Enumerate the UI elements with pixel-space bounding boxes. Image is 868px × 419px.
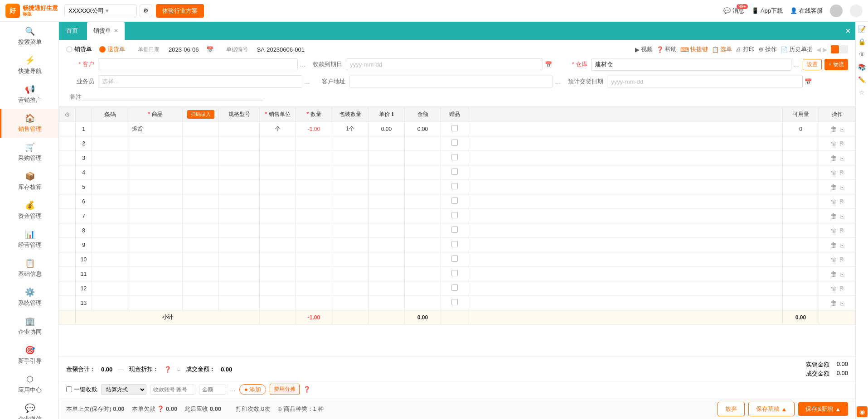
sidebar-item-quicknav[interactable]: ⚡ 快捷导航 xyxy=(0,51,58,80)
row-amount-6[interactable] xyxy=(405,209,441,223)
amount-input[interactable] xyxy=(199,385,226,395)
more-icon[interactable]: … xyxy=(230,386,236,393)
row-pkg-11[interactable] xyxy=(332,281,369,296)
row-remark-11[interactable] xyxy=(468,281,783,296)
row-spec-1[interactable] xyxy=(219,136,260,151)
calc-method-select[interactable]: 结算方式 xyxy=(101,384,146,395)
row-delete-icon-1[interactable]: 🗑 xyxy=(830,140,837,147)
row-amount-7[interactable] xyxy=(405,223,441,238)
row-spec-4[interactable] xyxy=(219,180,260,194)
row-qty-5[interactable] xyxy=(296,194,332,209)
help-btn[interactable]: ❓ 帮助 xyxy=(656,45,677,53)
row-delete-icon-9[interactable]: 🗑 xyxy=(830,256,837,263)
row-spec-11[interactable] xyxy=(219,281,260,296)
history-btn[interactable]: 📄 历史单据 xyxy=(781,45,813,53)
row-spec-10[interactable] xyxy=(219,267,260,281)
row-price-0[interactable]: 0.00 xyxy=(369,122,405,136)
gear-button[interactable]: ⚙ xyxy=(140,5,152,17)
note-input[interactable] xyxy=(82,92,263,101)
sidebar-item-apps[interactable]: ⬡ 应用中心 xyxy=(0,370,58,399)
row-unit-6[interactable] xyxy=(260,209,296,223)
row-delete-icon-0[interactable]: 🗑 xyxy=(830,125,837,133)
sidebar-item-inventory[interactable]: 📦 库存核算 xyxy=(0,167,58,196)
row-pkg-5[interactable] xyxy=(332,194,369,209)
message-button[interactable]: 💬 消息 99+ xyxy=(723,7,744,15)
row-gift-5[interactable] xyxy=(441,194,468,209)
row-amount-5[interactable] xyxy=(405,194,441,209)
sidebar-item-sales[interactable]: 🏠 销售管理 xyxy=(0,109,58,138)
row-remark-1[interactable] xyxy=(468,136,783,151)
row-copy-icon-3[interactable]: ⎘ xyxy=(840,169,844,176)
row-spec-6[interactable] xyxy=(219,209,260,223)
row-amount-8[interactable] xyxy=(405,238,441,252)
row-spec-5[interactable] xyxy=(219,194,260,209)
row-delete-icon-4[interactable]: 🗑 xyxy=(830,183,837,191)
radio-return[interactable]: 退货单 xyxy=(99,45,125,53)
row-delete-icon-2[interactable]: 🗑 xyxy=(830,154,837,162)
row-barcode-6[interactable] xyxy=(92,209,128,223)
row-gift-12[interactable] xyxy=(441,296,468,310)
row-product-0[interactable]: 拆货 xyxy=(128,122,183,136)
warehouse-more-icon[interactable]: … xyxy=(793,61,799,68)
row-remark-12[interactable] xyxy=(468,296,783,310)
row-remark-10[interactable] xyxy=(468,267,783,281)
row-price-2[interactable] xyxy=(369,151,405,165)
row-price-11[interactable] xyxy=(369,281,405,296)
setup-button[interactable]: 设置 xyxy=(803,59,822,70)
scan-button[interactable]: 扫码录入 xyxy=(187,110,214,119)
row-unit-7[interactable] xyxy=(260,223,296,238)
right-icon-star[interactable]: ☆ xyxy=(857,87,868,98)
row-barcode-12[interactable] xyxy=(92,296,128,310)
video-btn[interactable]: ▶ 视频 xyxy=(635,45,653,53)
print-btn[interactable]: 🖨 打印 xyxy=(736,45,755,53)
online-service-button[interactable]: 👤 在线客服 xyxy=(790,7,823,15)
right-icon-edit[interactable]: ✏️ xyxy=(857,74,868,85)
sidebar-item-system[interactable]: ⚙️ 系统管理 xyxy=(0,283,58,312)
row-pkg-4[interactable] xyxy=(332,180,369,194)
row-gift-8[interactable] xyxy=(441,238,468,252)
right-icon-book[interactable]: 📚 xyxy=(857,62,868,72)
row-remark-9[interactable] xyxy=(468,252,783,267)
row-qty-2[interactable] xyxy=(296,151,332,165)
row-product-9[interactable] xyxy=(128,252,183,267)
right-icon-note[interactable]: 📝 xyxy=(857,24,868,34)
row-unit-3[interactable] xyxy=(260,165,296,180)
sidebar-item-search[interactable]: 🔍 搜索菜单 xyxy=(0,22,58,51)
row-qty-6[interactable] xyxy=(296,209,332,223)
row-copy-icon-12[interactable]: ⎘ xyxy=(840,299,844,307)
expected-date-input[interactable]: yyyy-mm-dd xyxy=(607,76,803,87)
sidebar-item-basic[interactable]: 📋 基础信息 xyxy=(0,254,58,283)
one-click-pay-checkbox[interactable]: 一键收款 xyxy=(66,385,97,394)
row-gift-4[interactable] xyxy=(441,180,468,194)
row-remark-8[interactable] xyxy=(468,238,783,252)
row-copy-icon-5[interactable]: ⎘ xyxy=(840,198,844,205)
row-spec-8[interactable] xyxy=(219,238,260,252)
row-delete-icon-11[interactable]: 🗑 xyxy=(830,285,837,292)
row-gift-1[interactable] xyxy=(441,136,468,151)
row-amount-10[interactable] xyxy=(405,267,441,281)
row-barcode-2[interactable] xyxy=(92,151,128,165)
row-barcode-4[interactable] xyxy=(92,180,128,194)
logistics-button[interactable]: + 物流 xyxy=(824,59,848,70)
row-qty-12[interactable] xyxy=(296,296,332,310)
salesperson-more-icon[interactable]: … xyxy=(304,78,310,85)
save-draft-button[interactable]: 保存草稿 ▲ xyxy=(748,402,795,416)
row-price-8[interactable] xyxy=(369,238,405,252)
row-remark-7[interactable] xyxy=(468,223,783,238)
row-gift-10[interactable] xyxy=(441,267,468,281)
row-barcode-1[interactable] xyxy=(92,136,128,151)
row-product-5[interactable] xyxy=(128,194,183,209)
row-copy-icon-6[interactable]: ⎘ xyxy=(840,212,844,220)
row-spec-3[interactable] xyxy=(219,165,260,180)
customer-address-more-icon[interactable]: … xyxy=(555,78,561,85)
tab-sales-order[interactable]: 销货单 ✕ xyxy=(87,22,125,40)
row-pkg-12[interactable] xyxy=(332,296,369,310)
receive-date-cal-icon[interactable]: 📅 xyxy=(545,61,552,68)
row-gift-3[interactable] xyxy=(441,165,468,180)
row-unit-0[interactable]: 个 xyxy=(260,122,296,136)
salesperson-input[interactable]: 选择... xyxy=(98,75,302,88)
row-price-6[interactable] xyxy=(369,209,405,223)
row-qty-10[interactable] xyxy=(296,267,332,281)
row-remark-6[interactable] xyxy=(468,209,783,223)
row-product-8[interactable] xyxy=(128,238,183,252)
